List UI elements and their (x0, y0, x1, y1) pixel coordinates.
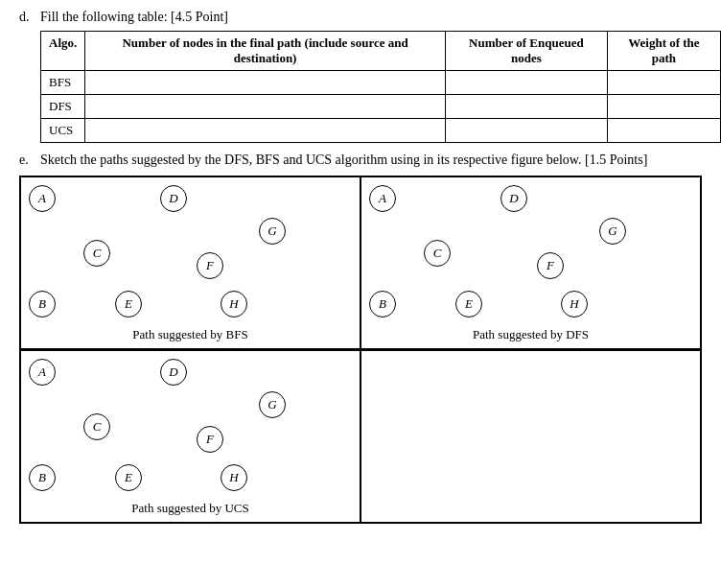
algo-ucs: UCS (41, 119, 85, 143)
question-d-letter: d. (19, 10, 35, 25)
ucs-node-C: C (83, 413, 110, 440)
table-row-dfs: DFS (41, 95, 721, 119)
ucs-caption: Path suggested by UCS (21, 501, 360, 516)
dfs-node-G: G (599, 218, 626, 245)
ucs-node-E: E (115, 464, 142, 491)
question-e-label: e. Sketch the paths suggested by the DFS… (19, 153, 702, 168)
dfs-nodes (85, 95, 446, 119)
question-d-text: Fill the following table: [4.5 Point] (40, 10, 228, 25)
dfs-enqueued (445, 95, 607, 119)
question-e: e. Sketch the paths suggested by the DFS… (19, 153, 702, 524)
col-weight: Weight of the path (607, 32, 720, 71)
ucs-enqueued (445, 119, 607, 143)
dfs-node-C: C (424, 240, 451, 267)
ucs-nodes (85, 119, 446, 143)
table-row-ucs: UCS (41, 119, 721, 143)
bfs-node-B: B (29, 291, 56, 318)
dfs-weight (607, 95, 720, 119)
graphs-top-row: A D G C F B E H Path suggested by BFS A … (19, 176, 702, 350)
ucs-node-H: H (221, 464, 247, 491)
dfs-graph: A D G C F B E H Path suggested by DFS (360, 176, 701, 349)
empty-graph-cell (360, 350, 701, 523)
bfs-node-H: H (221, 291, 247, 318)
ucs-node-F: F (197, 426, 223, 453)
ucs-node-B: B (29, 464, 56, 491)
ucs-weight (607, 119, 720, 143)
ucs-node-G: G (259, 391, 286, 418)
bfs-node-A: A (29, 185, 56, 212)
dfs-node-E: E (455, 291, 482, 318)
graphs-bottom-row: A D G C F B E H Path suggested by UCS (19, 350, 702, 524)
dfs-node-A: A (369, 185, 396, 212)
bfs-caption: Path suggested by BFS (21, 327, 360, 342)
fill-table: Algo. Number of nodes in the final path … (40, 31, 721, 143)
bfs-node-C: C (83, 240, 110, 267)
dfs-node-H: H (561, 291, 588, 318)
col-algo: Algo. (41, 32, 85, 71)
bfs-enqueued (445, 71, 607, 95)
bfs-nodes (85, 71, 446, 95)
dfs-node-B: B (369, 291, 396, 318)
bfs-graph: A D G C F B E H Path suggested by BFS (20, 176, 360, 349)
col-enqueued: Number of Enqueued nodes (445, 32, 607, 71)
ucs-graph: A D G C F B E H Path suggested by UCS (20, 350, 360, 523)
dfs-node-D: D (500, 185, 527, 212)
bfs-node-E: E (115, 291, 142, 318)
ucs-node-A: A (29, 359, 56, 386)
table-row-bfs: BFS (41, 71, 721, 95)
bfs-node-F: F (197, 252, 223, 279)
bfs-weight (607, 71, 720, 95)
algo-dfs: DFS (41, 95, 85, 119)
dfs-node-F: F (537, 252, 564, 279)
question-d-label: d. Fill the following table: [4.5 Point] (19, 10, 702, 25)
dfs-caption: Path suggested by DFS (361, 327, 700, 342)
ucs-node-D: D (160, 359, 187, 386)
col-nodes-path: Number of nodes in the final path (inclu… (85, 32, 446, 71)
algo-bfs: BFS (41, 71, 85, 95)
question-e-text: Sketch the paths suggested by the DFS, B… (40, 153, 647, 168)
question-d: d. Fill the following table: [4.5 Point]… (19, 10, 702, 143)
question-e-letter: e. (19, 153, 35, 168)
bfs-node-D: D (160, 185, 187, 212)
bfs-node-G: G (259, 218, 286, 245)
